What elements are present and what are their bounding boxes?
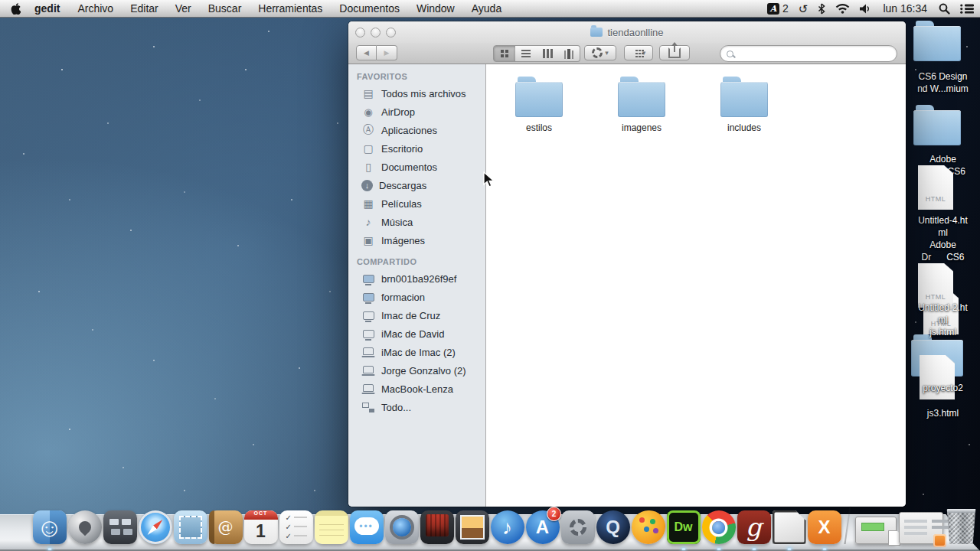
- dock-finder[interactable]: [32, 510, 67, 544]
- dock-mail[interactable]: [173, 510, 207, 544]
- dock-trash[interactable]: [944, 509, 978, 544]
- desktop-label-untitled-4[interactable]: Untitled-4.html: [906, 214, 980, 239]
- sidebar-item-label: Todo...: [381, 402, 411, 413]
- music-icon: [361, 216, 375, 229]
- sidebar-item-descargas[interactable]: Descargas: [348, 176, 485, 194]
- wifi-icon[interactable]: [835, 3, 850, 14]
- desktop-file-untitled-4[interactable]: HTML: [918, 165, 953, 210]
- dock-palette[interactable]: [631, 510, 665, 544]
- sidebar-shared-formacion[interactable]: formacion: [348, 288, 485, 306]
- dock-notes[interactable]: [314, 510, 348, 544]
- sidebar-item-im-genes[interactable]: Imágenes: [348, 231, 485, 249]
- share-button[interactable]: [659, 45, 690, 60]
- desktop-label-untitled-2[interactable]: Untitled-2.html: [906, 302, 980, 326]
- desktop-label-js-html[interactable]: js.html: [906, 326, 980, 338]
- adobe-updates-icon[interactable]: 2: [767, 2, 789, 15]
- sidebar-item-airdrop[interactable]: AirDrop: [348, 103, 485, 121]
- sidebar-shared-imac-de-cruz[interactable]: Imac de Cruz: [348, 306, 485, 324]
- app-menu-gedit[interactable]: gedit: [30, 2, 64, 15]
- menu-clock[interactable]: lun 16:34: [881, 2, 929, 15]
- notification-center-icon[interactable]: [960, 4, 974, 14]
- sidebar-item-label: Imágenes: [381, 235, 425, 246]
- sidebar-item-documentos[interactable]: Documentos: [348, 158, 485, 176]
- search-input[interactable]: [733, 47, 897, 60]
- dock-messages[interactable]: [349, 510, 384, 544]
- spotlight-icon[interactable]: [939, 3, 950, 15]
- content-folder-imagenes[interactable]: imagenes: [607, 82, 676, 133]
- menu-item-documentos[interactable]: Documentos: [331, 2, 408, 15]
- dock-dreamweaver[interactable]: Dw: [666, 510, 701, 544]
- icon-view-button[interactable]: [493, 45, 516, 62]
- desktop-label-adobe-dreamweaver[interactable]: AdobeDr CS6: [906, 239, 980, 263]
- dock-contacts[interactable]: @: [208, 510, 243, 544]
- dock-launchpad[interactable]: [67, 510, 102, 544]
- menu-item-ver[interactable]: Ver: [167, 2, 200, 15]
- dock-chrome[interactable]: [701, 510, 736, 544]
- menu-item-herramientas[interactable]: Herramientas: [250, 2, 331, 15]
- content-folder-estilos[interactable]: estilos: [505, 82, 573, 133]
- dock-iphoto[interactable]: [455, 510, 489, 544]
- libreoffice-icon: [773, 510, 806, 544]
- desktop-label-cs6-design[interactable]: CS6 Designnd W...mium: [906, 70, 980, 95]
- dock-min-xampp[interactable]: [899, 512, 943, 544]
- min-xampp-icon: [899, 512, 943, 544]
- dock-safari[interactable]: [138, 510, 172, 544]
- sidebar-item-todos-mis-archivos[interactable]: Todos mis archivos: [348, 84, 485, 103]
- sidebar-shared-imac-de-david[interactable]: iMac de David: [348, 324, 485, 343]
- folder-label: imagenes: [622, 122, 662, 133]
- sidebar-shared-jorge-gonzalvo-2[interactable]: Jorge Gonzalvo (2): [348, 361, 485, 380]
- menu-item-editar[interactable]: Editar: [122, 2, 167, 15]
- sidebar-item-m-sica[interactable]: Música: [348, 213, 485, 231]
- bluetooth-icon[interactable]: [818, 3, 825, 15]
- window-titlebar[interactable]: tiendaonlline: [348, 21, 906, 43]
- dock-itunes[interactable]: ♪: [490, 510, 524, 544]
- dock-mission-control[interactable]: [103, 510, 137, 544]
- display-icon: [361, 328, 375, 341]
- coverflow-view-button[interactable]: [558, 45, 580, 62]
- apple-menu[interactable]: [11, 3, 21, 15]
- dock-libreoffice[interactable]: [772, 510, 806, 544]
- dock-calendar[interactable]: OCT1: [243, 510, 278, 544]
- sidebar-item-escritorio[interactable]: Escritorio: [348, 139, 485, 158]
- menu-item-archivo[interactable]: Archivo: [69, 2, 122, 15]
- desktop-folder-cs6-design[interactable]: [913, 26, 961, 61]
- desktop-folder-adobe-illustrator[interactable]: [913, 110, 961, 145]
- dock-facetime[interactable]: [384, 510, 419, 544]
- list-view-button[interactable]: [515, 45, 537, 62]
- sidebar-item-aplicaciones[interactable]: Aplicaciones: [348, 121, 485, 139]
- icon-glyph: A: [536, 517, 549, 538]
- dock-min-window[interactable]: [854, 517, 898, 544]
- shared-header: COMPARTIDO: [348, 256, 485, 269]
- sidebar-shared-macbook-lenza[interactable]: MacBook-Lenza: [348, 380, 485, 398]
- menu-item-buscar[interactable]: Buscar: [200, 2, 250, 15]
- sidebar-item-label: MacBook-Lenza: [381, 383, 453, 395]
- volume-icon[interactable]: [860, 4, 871, 14]
- action-menu-button[interactable]: [584, 45, 616, 60]
- dock-quicktime[interactable]: Q: [596, 510, 630, 544]
- shared-list: brn001ba926f9efformacionImac de CruziMac…: [348, 269, 485, 416]
- desktop-icon: [361, 142, 375, 155]
- sidebar-shared-todo[interactable]: Todo...: [348, 398, 485, 416]
- dock-app-store[interactable]: A2: [525, 510, 560, 544]
- dock-xampp[interactable]: X: [807, 510, 841, 544]
- sidebar-item-pel-culas[interactable]: Películas: [348, 194, 485, 213]
- sidebar-item-label: Aplicaciones: [381, 125, 437, 136]
- search-field[interactable]: [720, 45, 897, 62]
- dock-system-preferences[interactable]: [560, 510, 595, 544]
- menu-item-ayuda[interactable]: Ayuda: [463, 2, 510, 15]
- back-button[interactable]: [356, 45, 377, 60]
- desktop-label-proyecto2[interactable]: proyecto2: [906, 382, 980, 394]
- menu-item-window[interactable]: Window: [408, 2, 463, 15]
- content-folder-includes[interactable]: includes: [710, 82, 779, 133]
- column-view-button[interactable]: [537, 45, 559, 62]
- forward-button[interactable]: [377, 45, 397, 60]
- desktop-label-js3-html[interactable]: js3.html: [906, 407, 980, 419]
- sidebar-shared-brn001ba926f9ef[interactable]: brn001ba926f9ef: [348, 269, 485, 288]
- time-machine-icon[interactable]: [799, 3, 808, 15]
- dock-reminders[interactable]: [279, 510, 313, 544]
- window-content[interactable]: estilosimagenesincludes: [486, 64, 906, 507]
- arrange-menu-button[interactable]: [624, 45, 653, 60]
- dock-photo-booth[interactable]: [420, 510, 454, 544]
- sidebar-shared-imac-de-imac-2[interactable]: iMac de Imac (2): [348, 343, 485, 361]
- dock-gedit[interactable]: g: [737, 510, 771, 544]
